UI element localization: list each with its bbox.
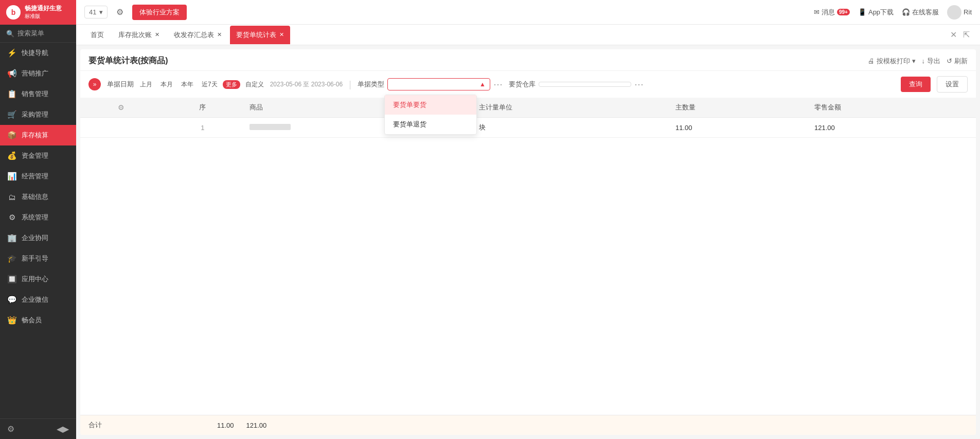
sidebar-item-finance[interactable]: 💰资金管理 [0, 145, 76, 166]
nav-icon-operations: 📊 [7, 172, 16, 181]
row-quantity-cell: 11.00 [669, 118, 808, 138]
tab-close-order-stats[interactable]: ✕ [279, 31, 284, 38]
page-content: 要货单统计表(按商品) 🖨 按模板打印 ▾ ↓ 导出 ↺ 刷新 » [80, 49, 976, 435]
app-download-action[interactable]: 📱 App下载 [858, 8, 894, 17]
sidebar-item-marketing[interactable]: 📢营销推广 [0, 63, 76, 84]
nav-label-basic: 基础信息 [22, 192, 48, 202]
customer-service-action[interactable]: 🎧 在线客服 [902, 8, 939, 17]
print-chevron-icon: ▾ [912, 57, 916, 65]
doc-type-chevron-up-icon[interactable]: ▲ [479, 81, 486, 88]
tab-label-receipts-summary: 收发存汇总表 [174, 30, 214, 40]
date-shortcuts: 上月本月本年近7天更多自定义 [137, 79, 267, 90]
sidebar-item-inventory[interactable]: 📦库存核算 [0, 125, 76, 145]
date-shortcut-this-month[interactable]: 本月 [157, 79, 176, 90]
doc-type-more-icon[interactable]: ⋯ [493, 79, 503, 90]
query-button[interactable]: 查询 [901, 77, 931, 92]
nav-icon-finance: 💰 [7, 151, 16, 160]
refresh-icon: ↺ [947, 57, 952, 65]
trial-industry-button[interactable]: 体验行业方案 [132, 5, 187, 20]
page-actions: 🖨 按模板打印 ▾ ↓ 导出 ↺ 刷新 [868, 57, 968, 66]
table-footer: 合计 11.00 121.00 [80, 415, 976, 435]
sidebar-item-member[interactable]: 👑畅会员 [0, 310, 76, 331]
search-menu-item[interactable]: 🔍 搜索菜单 [0, 25, 76, 43]
nav-label-purchase: 采购管理 [22, 110, 48, 119]
sidebar-collapse-icon[interactable]: ◀▶ [57, 424, 69, 434]
nav-icon-sales: 📋 [7, 89, 16, 99]
user-profile-action[interactable]: Rit [947, 5, 972, 20]
chevron-down-icon: ▾ [99, 8, 103, 16]
table-col-settings: ⚙ [80, 98, 162, 118]
nav-icon-enterprise: 🏢 [7, 233, 16, 243]
search-icon: 🔍 [6, 30, 14, 38]
dropdown-item-order-return[interactable]: 要货单退货 [385, 115, 476, 134]
data-table: ⚙ 序 商品 主计量单位 主数量 零售金额 1 [80, 98, 976, 138]
sidebar-item-purchase[interactable]: 🛒采购管理 [0, 104, 76, 125]
print-icon: 🖨 [868, 57, 875, 65]
filter-expand-button[interactable]: » [88, 78, 101, 90]
nav-icon-marketing: 📢 [7, 69, 16, 78]
setting-button[interactable]: 设置 [937, 76, 968, 93]
sidebar-item-app-center[interactable]: 🔲应用中心 [0, 269, 76, 289]
date-range-display: 2023-05-06 至 2023-06-06 [270, 80, 343, 89]
date-shortcut-7days[interactable]: 近7天 [199, 79, 221, 90]
header-right: ✉ 消息 99+ 📱 App下载 🎧 在线客服 Rit [814, 5, 972, 20]
app-edition: 标准版 [25, 13, 62, 20]
sidebar-item-wechat[interactable]: 💬企业微信 [0, 289, 76, 310]
sidebar-item-sales[interactable]: 📋销售管理 [0, 84, 76, 104]
nav-label-sales: 销售管理 [22, 89, 48, 99]
close-all-tabs-icon[interactable]: ✕ [948, 28, 959, 42]
dropdown-item-order-goods[interactable]: 要货单要货 [385, 95, 476, 115]
search-menu-label: 搜索菜单 [17, 29, 44, 38]
print-template-action[interactable]: 🖨 按模板打印 ▾ [868, 57, 916, 66]
expand-tabs-icon[interactable]: ⇱ [961, 28, 972, 42]
sidebar-item-quick-nav[interactable]: ⚡快捷导航 [0, 43, 76, 63]
messages-action[interactable]: ✉ 消息 99+ [814, 8, 850, 17]
tab-home[interactable]: 首页 [84, 26, 110, 44]
warehouse-filter-group: 要货仓库 ⋯ [509, 79, 644, 90]
doc-type-label: 单据类型 [358, 80, 384, 89]
table-col-unit: 主计量单位 [473, 98, 669, 118]
nav-label-member: 畅会员 [22, 316, 42, 325]
print-template-label: 按模板打印 [877, 57, 910, 66]
nav-icon-wechat: 💬 [7, 295, 16, 304]
date-shortcut-this-year[interactable]: 本年 [178, 79, 197, 90]
sidebar-item-operations[interactable]: 📊经营管理 [0, 166, 76, 187]
warehouse-more-icon[interactable]: ⋯ [634, 79, 644, 90]
breadcrumb-value: 41 [89, 8, 96, 16]
sidebar-item-basic[interactable]: 🗂基础信息 [0, 187, 76, 207]
tab-receipts-summary[interactable]: 收发存汇总表✕ [168, 26, 228, 44]
export-label: 导出 [927, 57, 940, 66]
sidebar-item-system[interactable]: ⚙系统管理 [0, 207, 76, 228]
nav-label-finance: 资金管理 [22, 151, 48, 160]
doc-type-select[interactable]: ▲ [387, 78, 490, 90]
table-col-amount: 零售金额 [808, 98, 976, 118]
app-download-icon: 📱 [858, 8, 866, 16]
date-shortcut-more[interactable]: 更多 [223, 80, 240, 89]
nav-icon-inventory: 📦 [7, 131, 16, 140]
page-header: 要货单统计表(按商品) 🖨 按模板打印 ▾ ↓ 导出 ↺ 刷新 [80, 49, 976, 71]
sidebar-item-guide[interactable]: 🎓新手引导 [0, 248, 76, 269]
table-header-row: ⚙ 序 商品 主计量单位 主数量 零售金额 [80, 98, 976, 118]
messages-icon: ✉ [814, 8, 819, 16]
table-row: 1 块 11.00 121.00 [80, 118, 976, 138]
tab-order-stats[interactable]: 要货单统计表✕ [230, 26, 290, 44]
export-action[interactable]: ↓ 导出 [922, 57, 941, 66]
warehouse-select[interactable] [539, 82, 631, 87]
nav-label-wechat: 企业微信 [22, 295, 48, 304]
tab-close-inventory-batch[interactable]: ✕ [155, 31, 159, 38]
refresh-action[interactable]: ↺ 刷新 [947, 57, 968, 66]
date-shortcut-prev-month[interactable]: 上月 [137, 79, 155, 90]
breadcrumb-selector[interactable]: 41 ▾ [84, 6, 108, 19]
header-settings-btn[interactable]: ⚙ [113, 5, 127, 20]
table-container: ⚙ 序 商品 主计量单位 主数量 零售金额 1 [80, 98, 976, 415]
sidebar-item-enterprise[interactable]: 🏢企业协同 [0, 228, 76, 248]
sidebar-settings-icon[interactable]: ⚙ [7, 424, 14, 434]
footer-quantity: 11.00 [217, 422, 234, 429]
tab-inventory-batch[interactable]: 库存批次账✕ [112, 26, 166, 44]
tab-label-home: 首页 [91, 30, 104, 40]
tab-close-receipts-summary[interactable]: ✕ [217, 31, 222, 38]
column-settings-icon[interactable]: ⚙ [118, 103, 124, 112]
date-shortcut-custom[interactable]: 自定义 [242, 79, 267, 90]
tab-label-inventory-batch: 库存批次账 [118, 30, 152, 40]
refresh-label: 刷新 [954, 57, 968, 66]
